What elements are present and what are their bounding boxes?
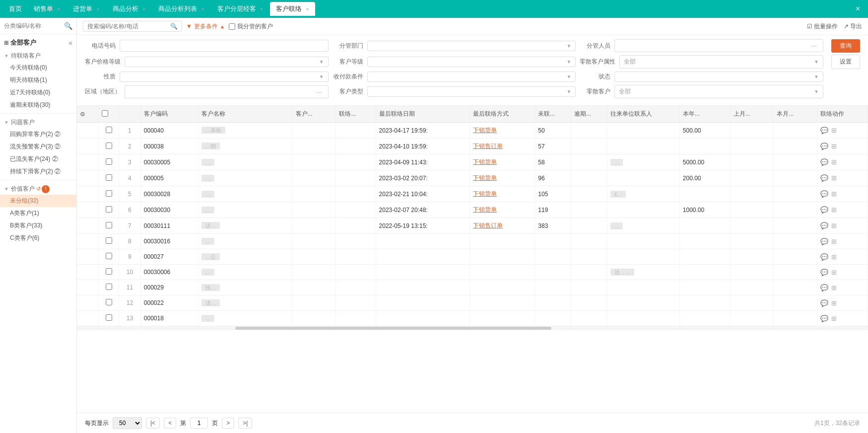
row-checkbox[interactable]	[106, 143, 112, 149]
first-page-button[interactable]: |<	[146, 418, 160, 429]
price-level-select[interactable]: ▼	[125, 57, 329, 67]
customer-type-select[interactable]: ▼	[367, 86, 576, 97]
col-contact[interactable]: 联络...	[336, 106, 376, 123]
sidebar-item-today[interactable]: 今天待联络(0)	[0, 62, 76, 74]
row-checkbox[interactable]	[106, 268, 112, 275]
phone-input[interactable]	[120, 40, 329, 52]
close-icon[interactable]: ×	[260, 6, 263, 12]
row-last-method[interactable]: 下销货单	[470, 170, 535, 186]
payment-select[interactable]: ▼	[367, 72, 576, 82]
page-number-input[interactable]	[190, 418, 208, 429]
col-name[interactable]: 客户名称	[199, 106, 293, 123]
home-tab[interactable]: 首页	[4, 4, 27, 13]
dots-icon[interactable]: ···	[809, 42, 819, 50]
last-page-button[interactable]: >|	[238, 418, 252, 429]
tab-sales[interactable]: 销售单 ×	[28, 2, 66, 16]
col-last-month[interactable]: 上月...	[730, 106, 773, 123]
sidebar-group-value[interactable]: ▼ 价值客户 ↺ !	[0, 182, 76, 195]
dots-icon[interactable]: ···	[314, 88, 324, 96]
sidebar-search-input[interactable]	[4, 22, 64, 29]
grid-action-icon[interactable]: ⊞	[831, 206, 837, 214]
close-icon[interactable]: ×	[142, 6, 145, 12]
row-last-method[interactable]: 下销售订单	[470, 218, 535, 234]
refresh-icon[interactable]: ↺	[36, 186, 41, 192]
search-icon[interactable]: 🔍	[64, 22, 72, 30]
grid-action-icon[interactable]: ⊞	[831, 127, 837, 134]
row-checkbox-cell[interactable]	[99, 218, 119, 234]
tab-customer-contact[interactable]: 客户联络 ×	[270, 2, 315, 16]
export-button[interactable]: ↗ 导出	[844, 22, 862, 31]
settings-icon[interactable]: ⚙	[80, 111, 85, 118]
sidebar-item-a-class[interactable]: A类客户(1)	[0, 207, 76, 219]
col-type[interactable]: 客户...	[292, 106, 335, 123]
col-code[interactable]: 客户编码	[140, 106, 199, 123]
chat-icon[interactable]: 💬	[820, 238, 828, 245]
tab-product-analysis[interactable]: 商品分析 ×	[107, 2, 151, 16]
row-checkbox-cell[interactable]	[99, 139, 119, 154]
row-checkbox[interactable]	[106, 206, 112, 213]
row-checkbox-cell[interactable]	[99, 123, 119, 139]
row-checkbox[interactable]	[106, 158, 112, 165]
row-checkbox-cell[interactable]	[99, 234, 119, 249]
chat-icon[interactable]: 💬	[820, 299, 828, 307]
row-checkbox[interactable]	[106, 174, 112, 181]
chat-icon[interactable]: 💬	[820, 315, 828, 322]
sidebar-item-c-class[interactable]: C类客户(6)	[0, 232, 76, 244]
row-last-method[interactable]: 下销货单	[470, 202, 535, 218]
next-page-button[interactable]: >	[222, 418, 234, 429]
sidebar-item-churn-warning[interactable]: 流失预警客户(3) ②	[0, 141, 76, 153]
batch-operations-button[interactable]: ☑ 批量操作	[807, 22, 838, 31]
chat-icon[interactable]: 💬	[820, 269, 828, 276]
my-customers-filter[interactable]: 我分管的客户	[229, 22, 273, 31]
scrollbar-thumb[interactable]	[235, 327, 552, 330]
chat-icon[interactable]: 💬	[820, 190, 828, 198]
select-all-checkbox[interactable]	[102, 110, 108, 117]
row-checkbox-cell[interactable]	[99, 170, 119, 186]
row-checkbox-cell[interactable]	[99, 265, 119, 280]
all-customers-section[interactable]: ⊞ 全部客户 «	[0, 34, 76, 49]
sidebar-item-7days[interactable]: 近7天待联络(0)	[0, 86, 76, 99]
row-checkbox[interactable]	[106, 222, 112, 228]
dept-select[interactable]: ▼	[367, 41, 576, 51]
col-gear[interactable]: ⚙	[77, 106, 99, 123]
row-last-method[interactable]: 下销货单	[470, 186, 535, 202]
row-last-method[interactable]: 下销售订单	[470, 139, 535, 154]
grid-action-icon[interactable]: ⊞	[831, 315, 837, 322]
grid-action-icon[interactable]: ⊞	[831, 222, 837, 229]
chat-icon[interactable]: 💬	[820, 222, 828, 229]
row-checkbox-cell[interactable]	[99, 186, 119, 202]
row-checkbox[interactable]	[106, 237, 112, 244]
chat-icon[interactable]: 💬	[820, 174, 828, 182]
more-filters-button[interactable]: ▼ 更多条件 ▲	[186, 22, 225, 31]
tab-product-list[interactable]: 商品分析列表 ×	[152, 2, 210, 16]
search-icon[interactable]: 🔍	[170, 23, 178, 30]
query-button[interactable]: 查询	[831, 39, 860, 53]
row-checkbox-cell[interactable]	[99, 249, 119, 265]
col-this-year[interactable]: 本年...	[679, 106, 730, 123]
sidebar-item-overdue[interactable]: 逾期未联络(30)	[0, 99, 76, 111]
sidebar-item-abnormal[interactable]: 回购异常客户(2) ②	[0, 128, 76, 141]
retail-attr-select[interactable]: 全部 ▼	[619, 55, 823, 69]
sidebar-item-declining[interactable]: 持续下滑客户(2) ②	[0, 165, 76, 178]
grid-action-icon[interactable]: ⊞	[831, 284, 837, 291]
row-checkbox-cell[interactable]	[99, 295, 119, 311]
grid-action-icon[interactable]: ⊞	[831, 299, 837, 307]
row-checkbox-cell[interactable]	[99, 202, 119, 218]
chat-icon[interactable]: 💬	[820, 143, 828, 150]
nature-select[interactable]: ▼	[120, 72, 329, 82]
col-no-contact[interactable]: 未联...	[535, 106, 571, 123]
sidebar-item-churned[interactable]: 已流失客户(24) ②	[0, 153, 76, 165]
sidebar-group-problem[interactable]: ▼ 问题客户	[0, 116, 76, 128]
retail-customer-select[interactable]: 全部 ▼	[614, 85, 823, 98]
customer-level-select[interactable]: ▼	[367, 57, 576, 67]
chat-icon[interactable]: 💬	[820, 253, 828, 261]
grid-action-icon[interactable]: ⊞	[831, 143, 837, 150]
sidebar-item-ungroup[interactable]: 未分组(32)	[0, 195, 76, 207]
grid-action-icon[interactable]: ⊞	[831, 190, 837, 198]
grid-action-icon[interactable]: ⊞	[831, 269, 837, 276]
chat-icon[interactable]: 💬	[820, 127, 828, 134]
my-customers-checkbox[interactable]	[229, 23, 235, 30]
col-unit-contact[interactable]: 往来单位联系人	[607, 106, 680, 123]
row-last-method[interactable]: 下销货单	[470, 123, 535, 139]
window-close-button[interactable]: ×	[852, 4, 864, 13]
